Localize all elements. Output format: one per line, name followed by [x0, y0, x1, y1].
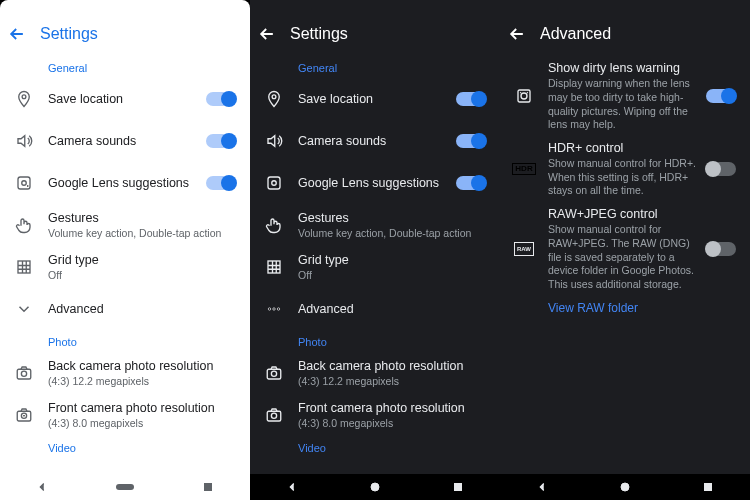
setting-row-back-camera-photo-resolution[interactable]: Back camera photo resolution(4:3) 12.2 m… [0, 352, 250, 394]
raw-icon: RAW [500, 242, 548, 256]
setting-subtitle: Off [298, 269, 488, 283]
toggle-switch[interactable] [706, 89, 736, 103]
toggle-switch[interactable] [206, 134, 236, 148]
setting-subtitle: (4:3) 8.0 megapixels [298, 417, 488, 431]
header: Settings [0, 12, 250, 56]
back-button[interactable] [6, 23, 28, 45]
grid-icon [0, 258, 48, 276]
setting-row-back-camera-photo-resolution[interactable]: Back camera photo resolution(4:3) 12.2 m… [250, 352, 500, 394]
android-navbar [500, 474, 750, 500]
setting-row-google-lens-suggestions[interactable]: Google Lens suggestions [250, 162, 500, 204]
location-icon [0, 90, 48, 108]
setting-row-save-location[interactable]: Save location [250, 78, 500, 120]
setting-row-show-dirty-lens-warning[interactable]: Show dirty lens warningDisplay warning w… [500, 56, 750, 136]
svg-point-3 [27, 185, 29, 187]
setting-row-grid-type[interactable]: Grid typeOff [250, 246, 500, 288]
setting-label: Google Lens suggestions [298, 175, 452, 191]
nav-home-pill-button[interactable] [116, 478, 134, 496]
nav-back-button[interactable] [533, 478, 551, 496]
svg-point-2 [22, 181, 27, 186]
setting-row-advanced[interactable]: Advanced [250, 288, 500, 330]
svg-rect-12 [268, 177, 280, 189]
camera-back-icon [250, 364, 298, 382]
svg-point-20 [271, 371, 276, 376]
camera-front-icon [0, 406, 48, 424]
section-header: Photo [250, 330, 500, 352]
sound-icon [250, 132, 298, 150]
setting-subtitle: (4:3) 12.2 megapixels [298, 375, 488, 389]
svg-rect-10 [205, 484, 212, 491]
setting-subtitle: Show manual control for RAW+JPEG. The RA… [548, 223, 702, 291]
setting-row-grid-type[interactable]: Grid typeOff [0, 246, 250, 288]
settings-list: GeneralSave locationCamera soundsGoogle … [0, 56, 250, 474]
setting-label: Front camera photo resolution [48, 400, 238, 416]
setting-row-google-lens-suggestions[interactable]: Google Lens suggestions [0, 162, 250, 204]
back-button[interactable] [506, 23, 528, 45]
nav-recents-button[interactable] [699, 478, 717, 496]
setting-subtitle: Off [48, 269, 238, 283]
setting-label: Gestures [298, 210, 488, 226]
toggle-switch[interactable] [206, 92, 236, 106]
toggle-switch[interactable] [206, 176, 236, 190]
svg-point-16 [268, 308, 270, 310]
chevron-icon [0, 300, 48, 318]
setting-label: Gestures [48, 210, 238, 226]
nav-recents-button[interactable] [199, 478, 217, 496]
svg-rect-15 [268, 261, 280, 273]
nav-back-button[interactable] [33, 478, 51, 496]
svg-rect-26 [518, 90, 530, 102]
toggle-switch[interactable] [456, 176, 486, 190]
setting-label: RAW+JPEG control [548, 206, 702, 222]
svg-point-0 [22, 95, 26, 99]
nav-recents-button[interactable] [449, 478, 467, 496]
setting-subtitle: Show manual control for HDR+. When this … [548, 157, 702, 198]
setting-row-raw-jpeg-control[interactable]: RAWRAW+JPEG controlShow manual control f… [500, 202, 750, 295]
setting-row-camera-sounds[interactable]: Camera sounds [0, 120, 250, 162]
setting-label: Advanced [298, 301, 488, 317]
section-header: General [250, 56, 500, 78]
nav-home-button[interactable] [616, 478, 634, 496]
setting-row-gestures[interactable]: GesturesVolume key action, Double-tap ac… [250, 204, 500, 246]
setting-row-camera-sounds[interactable]: Camera sounds [250, 120, 500, 162]
toggle-switch[interactable] [456, 92, 486, 106]
page-title: Advanced [540, 25, 611, 43]
android-navbar [0, 474, 250, 500]
svg-point-13 [272, 181, 277, 186]
grid-icon [250, 258, 298, 276]
setting-label: Camera sounds [298, 133, 452, 149]
svg-rect-29 [705, 484, 712, 491]
back-button[interactable] [256, 23, 278, 45]
setting-row-front-camera-photo-resolution[interactable]: Front camera photo resolution(4:3) 8.0 m… [0, 394, 250, 436]
svg-point-27 [521, 93, 527, 99]
setting-row-save-location[interactable]: Save location [0, 78, 250, 120]
setting-row-gestures[interactable]: GesturesVolume key action, Double-tap ac… [0, 204, 250, 246]
nav-home-button[interactable] [366, 478, 384, 496]
toggle-switch[interactable] [706, 242, 736, 256]
lens-dirty-icon [500, 87, 548, 105]
header: Settings [250, 12, 500, 56]
setting-label: Advanced [48, 301, 238, 317]
section-header: General [0, 56, 250, 78]
svg-point-14 [277, 185, 279, 187]
gesture-icon [0, 216, 48, 234]
setting-label: Grid type [298, 252, 488, 268]
setting-label: HDR+ control [548, 140, 702, 156]
setting-label: Camera sounds [48, 133, 202, 149]
setting-label: Grid type [48, 252, 238, 268]
setting-subtitle: (4:3) 12.2 megapixels [48, 375, 238, 389]
setting-subtitle: Volume key action, Double-tap action [48, 227, 238, 241]
svg-point-11 [272, 95, 276, 99]
toggle-switch[interactable] [456, 134, 486, 148]
setting-row-advanced[interactable]: Advanced [0, 288, 250, 330]
setting-row-front-camera-photo-resolution[interactable]: Front camera photo resolution(4:3) 8.0 m… [250, 394, 500, 436]
section-header: Video [250, 436, 500, 458]
nav-back-button[interactable] [283, 478, 301, 496]
lens-icon [250, 174, 298, 192]
camera-front-icon [250, 406, 298, 424]
settings-panel: SettingsGeneralSave locationCamera sound… [250, 0, 500, 500]
link-view-raw-folder[interactable]: View RAW folder [500, 295, 750, 321]
setting-row-hdr-control[interactable]: HDRHDR+ controlShow manual control for H… [500, 136, 750, 202]
android-navbar [250, 474, 500, 500]
header: Advanced [500, 12, 750, 56]
toggle-switch[interactable] [706, 162, 736, 176]
